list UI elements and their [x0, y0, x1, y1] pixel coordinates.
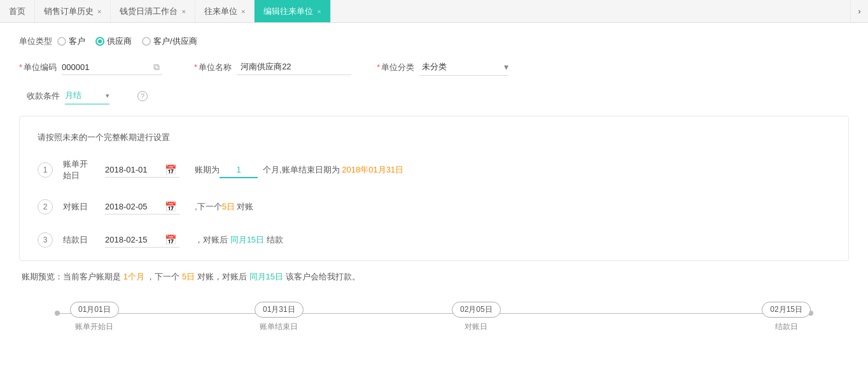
preview-label: 账期预览：当前客户账期是 — [22, 272, 121, 281]
tab-sales-history-label: 销售订单历史 — [44, 6, 94, 17]
period-field-label-2: 对账日 — [63, 201, 95, 213]
tab-bar-expander — [331, 0, 850, 22]
tab-bar-arrow[interactable]: › — [850, 0, 868, 22]
timeline-node-3: 02月05日 对账日 — [452, 302, 501, 332]
radio-both-circle — [142, 37, 151, 46]
unit-code-input-group: ⧉ — [62, 60, 162, 75]
period-desc-before-1: 账期为 — [195, 164, 220, 176]
period-desc-after-1: 个月,账单结束日期为 2018年01月31日 — [263, 164, 403, 176]
tab-partner-unit-close[interactable]: × — [241, 8, 245, 15]
unit-type-label: 单位类型 — [19, 36, 52, 47]
unit-classify-value: 未分类 — [419, 59, 501, 75]
period-highlight-2: 5日 — [222, 202, 235, 211]
tab-edit-partner-label: 编辑往来单位 — [263, 6, 313, 17]
preview-mid1: ，下一个 — [146, 272, 179, 281]
preview-part3: 同月15日 — [249, 272, 283, 281]
tab-bar: 首页 销售订单历史 × 钱货日清工作台 × 往来单位 × 编辑往来单位 × › — [0, 0, 868, 23]
period-box: 请按照未来的一个完整帐期进行设置 1 账单开始日 📅 账期为 个月,账单结束日期… — [19, 116, 849, 261]
tab-sales-history-close[interactable]: × — [97, 8, 101, 15]
classify-arrow-icon[interactable]: ▾ — [504, 62, 508, 72]
preview-section: 账期预览：当前客户账期是 1个月 ，下一个 5日 对账，对账后 同月15日 该客… — [19, 271, 849, 283]
tab-partner-unit-label: 往来单位 — [204, 6, 237, 17]
timeline-wrapper: 01月01日 账单开始日 01月31日 账单结束日 02月05日 对账日 02月… — [19, 302, 849, 340]
radio-customer-label: 客户 — [69, 36, 85, 47]
payment-terms-arrow-icon[interactable]: ▾ — [106, 92, 109, 100]
unit-code-star: * — [19, 62, 22, 72]
unit-info-row: * 单位编码 ⧉ * 单位名称 * 单位分类 未分类 ▾ — [19, 59, 849, 76]
timeline-line — [57, 313, 811, 314]
timeline-node-pill-4: 02月15日 — [762, 302, 811, 318]
timeline-node-label-2: 账单结束日 — [260, 321, 298, 332]
preview-part1: 1个月 — [123, 272, 144, 281]
timeline-node-label-1: 账单开始日 — [75, 321, 113, 332]
tab-cash-work-close[interactable]: × — [181, 8, 185, 15]
tab-edit-partner-close[interactable]: × — [317, 8, 321, 15]
radio-supplier-label: 供应商 — [107, 36, 132, 47]
unit-code-label: 单位编码 — [24, 62, 57, 73]
main-content: 单位类型 客户 供应商 客户/供应商 * 单位编码 ⧉ * 单位名称 — [0, 23, 868, 387]
radio-customer[interactable]: 客户 — [57, 36, 85, 47]
calendar-icon-1[interactable]: 📅 — [162, 164, 179, 176]
timeline-node-label-4: 结款日 — [775, 321, 798, 332]
unit-classify-star: * — [377, 62, 380, 72]
preview-part2: 5日 — [182, 272, 195, 281]
tab-home-label: 首页 — [9, 6, 25, 17]
payment-terms-help-icon[interactable]: ? — [137, 91, 148, 101]
timeline-section: 01月01日 账单开始日 01月31日 账单结束日 02月05日 对账日 02月… — [19, 295, 849, 342]
tab-sales-history[interactable]: 销售订单历史 × — [35, 0, 111, 22]
payment-terms-select[interactable]: 月结 ▾ — [65, 87, 109, 104]
period-field-label-1: 账单开始日 — [63, 158, 95, 181]
period-date-value-2[interactable] — [105, 199, 162, 214]
period-instruction: 请按照未来的一个完整帐期进行设置 — [38, 132, 830, 143]
period-months-input[interactable] — [220, 162, 258, 178]
payment-terms-value: 月结 — [65, 87, 103, 104]
period-row-3: 3 结款日 📅 ，对账后 同月15日 结款 — [38, 232, 830, 248]
period-highlight-date-1: 2018年01月31日 — [342, 165, 403, 174]
radio-supplier[interactable]: 供应商 — [95, 36, 132, 47]
period-desc-2: ,下一个5日 对账 — [195, 201, 253, 213]
timeline-node-1: 01月01日 账单开始日 — [70, 302, 119, 332]
timeline-node-label-3: 对账日 — [465, 321, 487, 332]
period-date-input-1: 📅 — [105, 162, 179, 178]
radio-group-unit-type: 客户 供应商 客户/供应商 — [57, 36, 197, 47]
period-num-2: 2 — [38, 199, 53, 215]
radio-supplier-circle — [95, 37, 104, 46]
radio-both-label: 客户/供应商 — [153, 36, 197, 47]
timeline-node-pill-2: 01月31日 — [255, 302, 304, 318]
period-date-input-3: 📅 — [105, 232, 179, 248]
unit-classify-group[interactable]: 未分类 ▾ — [419, 59, 508, 76]
timeline-node-pill-3: 02月05日 — [452, 302, 501, 318]
period-row-2: 2 对账日 📅 ,下一个5日 对账 — [38, 199, 830, 215]
period-date-input-2: 📅 — [105, 199, 179, 215]
period-row-1: 1 账单开始日 📅 账期为 个月,账单结束日期为 2018年01月31日 — [38, 158, 830, 181]
unit-name-input[interactable] — [237, 60, 351, 75]
tab-edit-partner[interactable]: 编辑往来单位 × — [255, 0, 330, 22]
timeline-node-4: 02月15日 结款日 — [762, 302, 811, 332]
timeline-dot-left — [55, 311, 60, 316]
unit-code-input[interactable] — [62, 60, 151, 74]
period-date-value-1[interactable] — [105, 162, 162, 177]
arrow-right-icon: › — [858, 7, 861, 16]
tab-cash-work[interactable]: 钱货日清工作台 × — [111, 0, 195, 22]
unit-classify-label: 单位分类 — [381, 62, 414, 73]
unit-type-row: 单位类型 客户 供应商 客户/供应商 — [19, 36, 849, 47]
unit-name-star: * — [194, 62, 197, 72]
tab-home[interactable]: 首页 — [0, 0, 35, 22]
calendar-icon-3[interactable]: 📅 — [162, 234, 179, 246]
tab-cash-work-label: 钱货日清工作台 — [120, 6, 178, 17]
tab-partner-unit[interactable]: 往来单位 × — [195, 0, 255, 22]
period-num-1: 1 — [38, 162, 53, 178]
timeline-node-2: 01月31日 账单结束日 — [255, 302, 304, 332]
period-highlight-3: 同月15日 — [230, 235, 264, 244]
radio-both[interactable]: 客户/供应商 — [142, 36, 197, 47]
payment-terms-label: 收款条件 — [27, 90, 60, 102]
preview-end: 该客户会给我打款。 — [286, 272, 360, 281]
payment-terms-row: 收款条件 月结 ▾ ? — [19, 87, 849, 104]
unit-name-label: 单位名称 — [199, 62, 232, 73]
period-num-3: 3 — [38, 232, 53, 248]
radio-customer-circle — [57, 37, 66, 46]
calendar-icon-2[interactable]: 📅 — [162, 201, 179, 213]
period-date-value-3[interactable] — [105, 232, 162, 247]
period-desc-3: ，对账后 同月15日 结款 — [195, 234, 283, 246]
copy-icon[interactable]: ⧉ — [151, 62, 162, 73]
